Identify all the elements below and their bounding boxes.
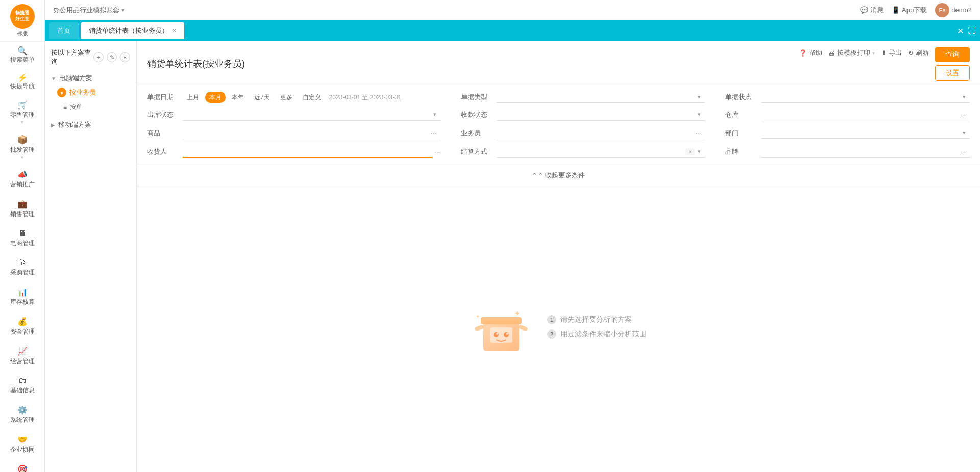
receiver-input[interactable] — [183, 146, 432, 158]
setting-button[interactable]: 设置 — [935, 65, 970, 81]
tab-sales-report[interactable]: 销货单统计表（按业务员） × — [81, 22, 184, 39]
query-button[interactable]: 查询 — [935, 47, 970, 62]
collapse-btn[interactable]: ⌃⌃ 收起更多条件 — [526, 169, 591, 182]
close-window-icon[interactable]: ✕ — [957, 26, 964, 36]
scheme-header-actions: + ✎ « — [93, 52, 130, 62]
export-btn[interactable]: ⬇ 导出 — [881, 48, 902, 57]
sidebar-item-ecommerce[interactable]: 🖥 电商管理 — [0, 224, 44, 253]
filter-dept: 部门 ▾ — [725, 128, 970, 139]
filter-warehouse: 仓库 ··· — [725, 109, 970, 121]
svg-rect-1 — [481, 317, 522, 324]
filter-row-1: 单据日期 上月 本月 本年 近7天 更多 自定义 2023-03-01 至 20… — [147, 91, 970, 103]
warehouse-dots[interactable]: ··· — [960, 111, 966, 119]
content: 按以下方案查询 + ✎ « ▼ 电脑端方案 ● 按业务员 ≡ 按单 — [45, 41, 980, 472]
collapse-up-icon: ⌃⌃ — [532, 172, 543, 179]
salesperson-select[interactable]: ··· — [497, 127, 705, 139]
empty-tip-2: 2 用过滤条件来缩小分析范围 — [547, 329, 646, 339]
sidebar-item-enterprise[interactable]: 🤝 企业协同 — [0, 430, 44, 459]
doc-status-select[interactable]: ▾ — [761, 91, 970, 103]
finance-icon: 💰 — [17, 317, 28, 326]
retail-icon: 🛒 — [17, 100, 28, 110]
goods-select[interactable]: ··· — [183, 127, 440, 139]
scheme-item-by-order[interactable]: ≡ 按单 — [45, 100, 136, 114]
date-tab-this-month[interactable]: 本月 — [205, 92, 226, 103]
filter-doc-type: 单据类型 ▾ — [461, 91, 705, 103]
scheme-mobile-group: ▶ 移动端方案 — [45, 116, 136, 133]
enterprise-icon: 🤝 — [17, 435, 28, 444]
receiver-dots[interactable]: ··· — [434, 148, 440, 156]
sidebar-item-purchase[interactable]: 🛍 采购管理 — [0, 253, 44, 282]
brand-select[interactable]: ··· — [761, 146, 970, 158]
goods-dots[interactable]: ··· — [431, 129, 436, 137]
sidebar-item-sales[interactable]: 💼 销售管理 — [0, 194, 44, 224]
sidebar: 畅捷通好生意 标版 🔍 搜索菜单 ⚡ 快捷导航 🛒 零售管理 ▼ 📦 批发管理 … — [0, 0, 45, 472]
scheme-mobile-group-header[interactable]: ▶ 移动端方案 — [45, 118, 136, 131]
payment-select[interactable]: × ▾ — [497, 146, 705, 158]
sidebar-item-finance[interactable]: 💰 资金管理 — [0, 312, 44, 341]
empty-state: ✦ ✦ 1 请先选择要分析的方案 2 用过滤条件来缩小分析范围 — [471, 298, 646, 361]
payment-tag-close[interactable]: × — [689, 149, 692, 155]
page-title-row: 销货单统计表(按业务员) ❓ 帮助 🖨 按模板打印 ▾ — [147, 47, 970, 81]
scheme-add-btn[interactable]: + — [93, 52, 104, 62]
maximize-icon[interactable]: ⛶ — [968, 26, 976, 35]
receiver-label: 收货人 — [147, 147, 183, 156]
scheme-edit-btn[interactable]: ✎ — [107, 52, 117, 62]
salesperson-dots[interactable]: ··· — [695, 129, 701, 137]
doc-type-select[interactable]: ▾ — [497, 91, 705, 103]
date-tab-7days[interactable]: 近7天 — [250, 92, 274, 103]
svg-rect-8 — [518, 324, 528, 332]
app-download-btn[interactable]: 📱 App下载 — [892, 6, 927, 15]
date-filter-control: 上月 本月 本年 近7天 更多 自定义 2023-03-01 至 2023-03… — [183, 92, 401, 103]
quick-nav[interactable]: ⚡ 快捷导航 — [0, 68, 44, 95]
tip-num-2: 2 — [547, 329, 556, 339]
brand-dots[interactable]: ··· — [960, 148, 966, 155]
sidebar-item-operation[interactable]: 📈 经营管理 — [0, 341, 44, 371]
date-tab-custom[interactable]: 自定义 — [299, 92, 325, 103]
svg-rect-7 — [474, 324, 484, 332]
out-status-select[interactable]: ▾ — [183, 109, 440, 121]
user-profile[interactable]: Ea demo2 — [935, 3, 972, 17]
group-arrow-icon: ▶ — [51, 122, 55, 128]
sidebar-item-system[interactable]: ⚙️ 系统管理 — [0, 400, 44, 430]
messages-btn[interactable]: 💬 消息 — [860, 6, 884, 15]
sidebar-item-wholesale[interactable]: 📦 批发管理 ▲ — [0, 130, 44, 164]
print-icon: 🖨 — [828, 49, 835, 57]
scheme-item-by-salesperson[interactable]: ● 按业务员 — [45, 85, 136, 100]
logo-icon: 畅捷通好生意 — [10, 4, 35, 29]
brand-label: 品牌 — [725, 147, 761, 156]
account-selector[interactable]: 办公用品行业模拟账套 ▾ — [53, 6, 125, 15]
filter-row-3: 商品 ··· 业务员 ··· 部门 — [147, 127, 970, 139]
message-icon: 💬 — [860, 6, 868, 14]
dept-select[interactable]: ▾ — [761, 128, 970, 139]
sidebar-item-basic[interactable]: 🗂 基础信息 — [0, 371, 44, 400]
filter-salesperson: 业务员 ··· — [461, 127, 705, 139]
sidebar-item-inventory[interactable]: 📊 库存核算 — [0, 282, 44, 312]
scheme-desktop-group-header[interactable]: ▼ 电脑端方案 — [45, 72, 136, 85]
collect-status-select[interactable]: ▾ — [497, 109, 705, 121]
svg-point-5 — [496, 333, 498, 335]
tab-home[interactable]: 首页 — [49, 22, 79, 39]
scheme-collapse-btn[interactable]: « — [120, 52, 130, 62]
sidebar-item-newbie[interactable]: 🎯 新手引导 — [0, 459, 44, 472]
out-status-arrow-icon: ▾ — [433, 111, 436, 118]
filter-row-4: 收货人 ··· 结算方式 × ▾ — [147, 146, 970, 158]
date-tab-last-month[interactable]: 上月 — [183, 92, 203, 103]
payment-label: 结算方式 — [461, 147, 497, 156]
search-menu[interactable]: 🔍 搜索菜单 — [0, 42, 44, 68]
goods-label: 商品 — [147, 129, 183, 138]
sidebar-item-marketing[interactable]: 📣 营销推广 — [0, 164, 44, 194]
date-tab-more[interactable]: 更多 — [276, 92, 297, 103]
refresh-btn[interactable]: ↻ 刷新 — [908, 48, 929, 57]
query-setting-btns: 查询 设置 — [935, 47, 970, 81]
tab-close-icon[interactable]: × — [173, 27, 176, 34]
sidebar-item-retail[interactable]: 🛒 零售管理 ▼ — [0, 95, 44, 130]
date-tab-this-year[interactable]: 本年 — [228, 92, 248, 103]
warehouse-select[interactable]: ··· — [761, 109, 970, 121]
filter-doc-status: 单据状态 ▾ — [725, 91, 970, 103]
help-btn[interactable]: ❓ 帮助 — [799, 48, 822, 57]
svg-rect-2 — [490, 327, 512, 343]
collapse-bar: ⌃⌃ 收起更多条件 — [137, 164, 980, 186]
filter-area: 单据日期 上月 本月 本年 近7天 更多 自定义 2023-03-01 至 20… — [137, 85, 980, 164]
print-btn[interactable]: 🖨 按模板打印 ▾ — [828, 48, 875, 57]
svg-text:✦: ✦ — [514, 309, 520, 317]
